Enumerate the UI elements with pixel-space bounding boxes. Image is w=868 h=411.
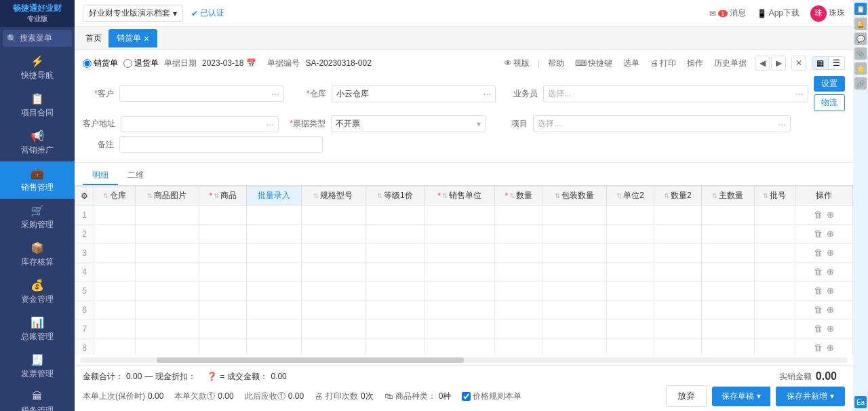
radio-return[interactable]: 退货单	[123, 58, 159, 69]
cell[interactable]	[135, 224, 199, 243]
cell[interactable]	[247, 300, 301, 319]
cell[interactable]	[301, 243, 366, 262]
cell[interactable]	[366, 281, 425, 300]
invoice-input[interactable]: 不开票 ▾	[331, 115, 486, 132]
delete-icon[interactable]: 🗑	[814, 210, 823, 220]
copy-icon[interactable]: ⊕	[827, 342, 834, 353]
cell[interactable]	[425, 338, 495, 355]
tab-2d[interactable]: 二维	[118, 167, 153, 185]
tab-close-btn[interactable]: ×	[144, 34, 149, 43]
cell[interactable]	[94, 224, 136, 243]
sidebar-item-marketing[interactable]: 📢 营销推广	[0, 124, 75, 161]
sidebar-item-tax[interactable]: 🏛 税务管理	[0, 385, 75, 411]
copy-icon[interactable]: ⊕	[827, 286, 834, 296]
cell[interactable]	[301, 319, 366, 338]
cell[interactable]	[606, 281, 654, 300]
rp-icon-7[interactable]: Ea	[854, 396, 867, 408]
cell[interactable]	[701, 319, 754, 338]
cell[interactable]	[701, 281, 754, 300]
cell[interactable]	[199, 338, 247, 355]
delete-icon[interactable]: 🗑	[814, 305, 823, 315]
cell[interactable]	[754, 338, 795, 355]
cell[interactable]	[542, 243, 607, 262]
delete-icon[interactable]: 🗑	[814, 267, 823, 277]
cell[interactable]	[754, 262, 795, 281]
cell[interactable]	[495, 262, 542, 281]
calendar-icon[interactable]: 📅	[246, 58, 256, 68]
sidebar-item-finance[interactable]: 💰 资金管理	[0, 273, 75, 311]
save-draft-btn[interactable]: 保存草稿 ▾	[712, 387, 770, 406]
cell[interactable]	[754, 300, 795, 319]
cell[interactable]	[199, 319, 247, 338]
cell[interactable]	[754, 243, 795, 262]
cell[interactable]	[606, 262, 654, 281]
cell[interactable]	[495, 300, 542, 319]
cell[interactable]	[199, 243, 247, 262]
salesperson-input[interactable]: 选择... ···	[543, 85, 808, 102]
cell[interactable]	[606, 206, 654, 224]
cell[interactable]	[94, 281, 136, 300]
cell[interactable]	[199, 281, 247, 300]
cell[interactable]	[199, 300, 247, 319]
cell[interactable]	[654, 319, 701, 338]
cell[interactable]	[135, 281, 199, 300]
cell[interactable]	[366, 206, 425, 224]
cell[interactable]	[135, 262, 199, 281]
cell[interactable]	[495, 224, 542, 243]
cell[interactable]	[94, 262, 136, 281]
address-dots[interactable]: ···	[266, 119, 274, 130]
cell[interactable]	[199, 262, 247, 281]
message-btn[interactable]: ✉ 1 消息	[709, 7, 746, 19]
cell[interactable]	[606, 243, 654, 262]
horizontal-scrollbar[interactable]	[75, 355, 853, 366]
help-btn[interactable]: 帮助	[545, 56, 567, 71]
sidebar-item-quick-nav[interactable]: ⚡ 快捷导航	[0, 50, 75, 87]
setup-btn[interactable]: 设置	[814, 76, 845, 92]
cell[interactable]	[301, 206, 366, 224]
operate-btn[interactable]: 操作	[684, 56, 706, 71]
cell[interactable]	[199, 224, 247, 243]
cell[interactable]	[542, 224, 607, 243]
rp-icon-5[interactable]: ⭐	[854, 62, 867, 75]
home-tab[interactable]: 首页	[80, 29, 107, 47]
cell[interactable]	[542, 300, 607, 319]
print-btn[interactable]: 🖨打印	[648, 56, 679, 71]
copy-icon[interactable]: ⊕	[827, 229, 834, 239]
sidebar-item-receipts[interactable]: 🧾 发票管理	[0, 348, 75, 385]
goods-btn[interactable]: 物流	[814, 94, 845, 111]
company-selector[interactable]: 好业财专业版演示档套 ▾	[83, 5, 183, 22]
history-btn[interactable]: 历史单据	[711, 56, 749, 71]
shortcut-btn[interactable]: ⌨快捷键	[572, 56, 615, 71]
cell[interactable]	[94, 319, 136, 338]
sidebar-item-purchase[interactable]: 🛒 采购管理	[0, 199, 75, 236]
cell[interactable]	[247, 338, 301, 355]
cell[interactable]	[654, 224, 701, 243]
cell[interactable]	[366, 243, 425, 262]
cell[interactable]	[425, 319, 495, 338]
address-input[interactable]: ···	[121, 116, 279, 132]
cell[interactable]	[606, 300, 654, 319]
radio-sales[interactable]: 销货单	[83, 58, 118, 69]
cell[interactable]	[606, 338, 654, 355]
cell[interactable]	[654, 338, 701, 355]
cell[interactable]	[654, 206, 701, 224]
cell[interactable]	[606, 319, 654, 338]
app-download-btn[interactable]: 📱 App下载	[757, 7, 800, 19]
customer-input[interactable]: ···	[119, 85, 284, 102]
cell[interactable]	[425, 206, 495, 224]
rp-icon-2[interactable]: 🔔	[854, 18, 867, 30]
project-dots[interactable]: ···	[778, 119, 786, 130]
cell[interactable]	[701, 206, 754, 224]
sales-order-tab[interactable]: 销货单 ×	[108, 29, 157, 47]
cell[interactable]	[495, 243, 542, 262]
sidebar-item-accounts[interactable]: 📊 总账管理	[0, 311, 75, 348]
cell[interactable]	[366, 338, 425, 355]
copy-icon[interactable]: ⊕	[827, 210, 834, 220]
abandon-btn[interactable]: 放弃	[666, 385, 707, 407]
cell[interactable]	[654, 281, 701, 300]
delete-icon[interactable]: 🗑	[814, 342, 823, 353]
cell[interactable]	[301, 262, 366, 281]
cell[interactable]	[366, 262, 425, 281]
cell[interactable]	[654, 243, 701, 262]
cell[interactable]	[654, 300, 701, 319]
